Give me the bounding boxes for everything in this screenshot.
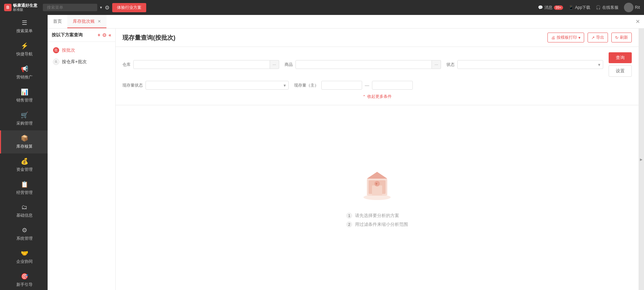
warehouse-input[interactable] [133, 60, 270, 69]
collapse-chevron-icon: ⌃ [362, 94, 366, 99]
tip-num-1: 1 [346, 213, 352, 219]
collapse-btn[interactable]: ⌃ 收起更多条件 [362, 94, 392, 99]
export-button[interactable]: ↗ 导出 [588, 33, 608, 42]
sidebar-item-basic[interactable]: 🗂 基础信息 [0, 200, 48, 222]
sidebar-label-marketing: 营销推广 [16, 74, 33, 80]
export-label: 导出 [596, 35, 604, 40]
sidebar-label-purchase: 采购管理 [16, 121, 33, 126]
sidebar-label-basic: 基础信息 [16, 213, 33, 218]
filter-warehouse: 仓库 ··· [122, 60, 279, 69]
app-download-item[interactable]: 📱 App下载 [569, 5, 590, 11]
schema-label-by-batch: 按批次 [62, 47, 75, 53]
user-item[interactable]: Rit [624, 3, 640, 12]
inventory-qty-min-input[interactable] [321, 81, 362, 90]
tip-num-2: 2 [346, 221, 352, 228]
sidebar: ☰ 搜索菜单 ⚡ 快捷导航 📢 营销推广 📊 销售管理 🛒 采购管理 📦 库存核… [0, 15, 48, 290]
tab-inventory-batch[interactable]: 库存批次账 ✕ [67, 15, 106, 28]
main-layout: ☰ 搜索菜单 ⚡ 快捷导航 📢 营销推广 📊 销售管理 🛒 采购管理 📦 库存核… [0, 15, 644, 290]
filter-inventory-qty: 现存量（主） — [294, 81, 460, 90]
sidebar-label-enterprise: 企业协同 [16, 259, 33, 265]
filter-row-2: 现存量状态 ▾ 现存量（主） — [122, 81, 632, 90]
schema-item-by-warehouse-batch[interactable]: 批 按仓库+批次 [48, 56, 115, 68]
sidebar-label-system: 系统管理 [16, 236, 33, 241]
sidebar-item-finance[interactable]: 💰 资金管理 [0, 153, 48, 177]
schema-label-by-warehouse-batch: 按仓库+批次 [62, 59, 87, 65]
refresh-button[interactable]: ↻ 刷新 [611, 33, 632, 42]
filter-area: 仓库 ··· 商品 ··· [116, 47, 639, 105]
inventory-status-label: 现存量状态 [122, 83, 143, 88]
side-toggle[interactable]: ▶ [639, 29, 644, 290]
status-select[interactable] [457, 60, 603, 69]
tab-home-label: 首页 [53, 18, 62, 24]
product-more-btn[interactable]: ··· [432, 60, 441, 69]
tip-text-1: 请先选择要分析的方案 [355, 213, 399, 219]
schema-list: 批 按批次 批 按仓库+批次 [48, 42, 115, 70]
refresh-icon: ↻ [615, 35, 618, 40]
schema-settings-icon[interactable]: ⊙ [102, 32, 106, 38]
online-service-item[interactable]: 🎧 在线客服 [596, 5, 618, 11]
sidebar-item-quick-nav[interactable]: ⚡ 快捷导航 [0, 38, 48, 61]
content-area: 首页 库存批次账 ✕ ✕ 按以下方案查询 + ⊙ « [48, 15, 644, 290]
empty-tip-1: 1 请先选择要分析的方案 [346, 213, 408, 219]
collapse-label: 收起更多条件 [367, 94, 392, 99]
search-input[interactable] [43, 4, 97, 11]
schema-add-icon[interactable]: + [98, 32, 100, 38]
inventory-status-select[interactable] [146, 81, 289, 90]
main-content: 现存量查询(按批次) 🖨 按模板打印 ▾ ↗ 导出 ↻ [116, 29, 639, 290]
sidebar-item-purchase[interactable]: 🛒 采购管理 [0, 107, 48, 130]
schema-header-actions: + ⊙ « [98, 32, 111, 38]
schema-collapse-icon[interactable]: « [108, 32, 111, 38]
settings-filter-button[interactable]: 设置 [609, 65, 632, 77]
topbar-right: 💬 消息 99+ 📱 App下载 🎧 在线客服 Rit [538, 3, 640, 12]
app-download-icon: 📱 [569, 5, 574, 10]
empty-illustration: ? [357, 165, 397, 206]
sidebar-item-inventory[interactable]: 📦 库存核算 [0, 130, 48, 153]
messages-label: 消息 [544, 5, 553, 11]
user-name: Rit [635, 5, 640, 10]
print-icon: 🖨 [551, 35, 555, 40]
sidebar-item-sales[interactable]: 📊 销售管理 [0, 84, 48, 107]
tab-close-icon[interactable]: ✕ [98, 19, 101, 24]
filter-product: 商品 ··· [285, 60, 441, 69]
empty-state: ? 1 请先选择要分析的方案 2 用过滤条件来缩小分析范围 [116, 105, 639, 290]
template-print-label: 按模板打印 [557, 35, 577, 40]
schema-icon-by-batch: 批 [53, 47, 59, 53]
query-button[interactable]: 查询 [609, 52, 632, 63]
tab-bar: 首页 库存批次账 ✕ ✕ [48, 15, 644, 29]
panel-close-btn[interactable]: ✕ [631, 18, 644, 25]
trial-button[interactable]: 体验行业方案 [112, 3, 146, 12]
filter-row-1: 仓库 ··· 商品 ··· [122, 52, 632, 77]
sidebar-label-operations: 经营管理 [16, 190, 33, 196]
system-icon: ⚙ [22, 226, 27, 234]
sidebar-item-guide[interactable]: 🎯 新手引导 [0, 269, 48, 290]
inventory-qty-max-input[interactable] [372, 81, 413, 90]
page-title: 现存量查询(按批次) [122, 34, 175, 42]
empty-tip-2: 2 用过滤条件来缩小分析范围 [346, 221, 408, 228]
operations-icon: 📋 [21, 181, 28, 188]
sidebar-item-search[interactable]: ☰ 搜索菜单 [0, 15, 48, 38]
schema-item-by-batch[interactable]: 批 按批次 [48, 44, 115, 56]
messages-item[interactable]: 💬 消息 99+ [538, 5, 563, 11]
sidebar-item-operations[interactable]: 📋 经营管理 [0, 177, 48, 200]
sidebar-item-marketing[interactable]: 📢 营销推广 [0, 61, 48, 84]
schema-icon-by-warehouse-batch: 批 [53, 59, 59, 65]
warehouse-label: 仓库 [122, 62, 131, 68]
tab-home[interactable]: 首页 [48, 15, 67, 28]
sidebar-label-guide: 新手引导 [16, 282, 33, 288]
warehouse-more-btn[interactable]: ··· [270, 60, 279, 69]
product-label: 商品 [285, 62, 293, 68]
sidebar-item-enterprise[interactable]: 🤝 企业协同 [0, 246, 48, 269]
sidebar-item-system[interactable]: ⚙ 系统管理 [0, 222, 48, 246]
template-print-button[interactable]: 🖨 按模板打印 ▾ [547, 33, 584, 42]
product-input[interactable] [295, 60, 432, 69]
settings-icon[interactable]: ⚙ [105, 4, 109, 11]
search-dropdown[interactable]: ▾ [100, 5, 102, 10]
online-service-label: 在线客服 [602, 5, 618, 11]
finance-icon: 💰 [21, 158, 28, 165]
print-dropdown-icon[interactable]: ▾ [578, 35, 580, 40]
empty-tips: 1 请先选择要分析的方案 2 用过滤条件来缩小分析范围 [346, 213, 408, 230]
message-icon: 💬 [538, 5, 543, 10]
action-buttons: 查询 设置 [609, 52, 632, 77]
page-header: 现存量查询(按批次) 🖨 按模板打印 ▾ ↗ 导出 ↻ [116, 29, 639, 47]
online-service-icon: 🎧 [596, 5, 601, 10]
